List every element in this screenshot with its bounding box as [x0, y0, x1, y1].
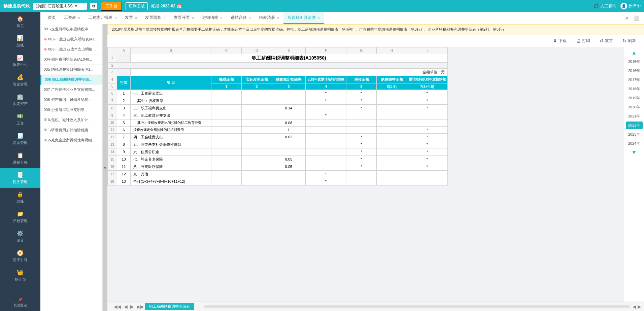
content-body: 001-企业所得税年度纳税申... ⊗ 002-一般企业收入明细表(A1... … [40, 24, 644, 311]
year-2021[interactable]: 2021年 [626, 112, 643, 120]
workbench-button[interactable]: 工作台 [101, 2, 122, 11]
sidebar-item-fixed-assets[interactable]: 🏢 固定资产 [0, 90, 40, 110]
sidebar-item-label: 结账 [16, 199, 24, 204]
left-panel-item-012[interactable]: 012-减免企业所得税优惠明细... [40, 135, 102, 145]
sheet-title: 职工薪酬纳税调整明细表(A105050) [131, 54, 448, 62]
copy-icon[interactable]: ⧉ [90, 3, 97, 9]
sidebar-item-closing[interactable]: 🔒 结账 [0, 188, 40, 207]
subheader-1: 1 [211, 83, 242, 90]
spreadsheet-main[interactable]: A B C D E F G H I [107, 47, 624, 302]
nav-first[interactable]: ◀◀ [113, 304, 122, 309]
scroll-left-icon[interactable]: ◀ [633, 304, 636, 309]
left-panel-item-008[interactable]: 008-资产折旧、摊销及纳税... [40, 95, 102, 105]
year-2022[interactable]: 2022年 [626, 122, 643, 129]
nav-prev[interactable]: ◀ [123, 304, 129, 309]
sidebar-item-invoice-mgmt[interactable]: 🧾 发票管理 [0, 129, 40, 149]
tab-invoice-calc[interactable]: 发票测算 × [141, 12, 169, 24]
print-button[interactable]: 🖨 打印 [573, 37, 593, 45]
tab-close-sales-ledger[interactable]: × [249, 16, 251, 20]
tab-home[interactable]: 首页 [44, 12, 60, 24]
tab-salary-report[interactable]: 工资统计报表 × [84, 12, 121, 24]
tab-close-verify[interactable]: × [220, 16, 222, 20]
sheet-data-row-11: 11 6 按税收规定全额扣除的职培训费用 1 * [108, 126, 448, 133]
left-panel-item-006[interactable]: 006-职工薪酬纳税调整明细... [40, 75, 102, 85]
bottom-sheet-tab[interactable]: 职工薪酬纳税调整明细表 [145, 303, 194, 310]
sidebar-item-ledger[interactable]: 📊 总账 [0, 32, 40, 51]
sidebar-item-assets-mgmt[interactable]: 💰 资金管理 [0, 71, 40, 90]
tab-verify[interactable]: 进销稽核 × [198, 12, 226, 24]
left-panel-item-001[interactable]: 001-企业所得税年度纳税申... [40, 24, 102, 34]
support-button[interactable]: 🎧 人工客询 [594, 3, 616, 9]
sheet-menu-icon[interactable]: ⋮ [197, 304, 201, 309]
left-panel-item-002[interactable]: ⊗ 002-一般企业收入明细表(A1... [40, 34, 102, 44]
unpin-button[interactable]: 📌 取消固定 [0, 295, 40, 311]
tab-maximize[interactable]: ⬜ [632, 15, 641, 22]
left-panel-item-004[interactable]: 004-期间费用明细表(A1040... [40, 55, 102, 65]
sidebar-item-label: 畅会员 [15, 277, 26, 282]
tab-close-invoice-open[interactable]: × [192, 16, 194, 20]
reset-button[interactable]: ↺ 重置 [597, 37, 616, 45]
left-panel: 001-企业所得税年度纳税申... ⊗ 002-一般企业收入明细表(A1... … [40, 24, 103, 311]
ledger-icon: 📊 [17, 35, 24, 41]
assets-icon: 💰 [17, 74, 24, 80]
sheet-data-row-16: 16 11 八、补充医疗保险 0.05 * * [108, 163, 448, 170]
spreadsheet-container: A B C D E F G H I [107, 47, 644, 302]
left-panel-item-010[interactable]: 010-免税、减计收入及加计... [40, 115, 102, 125]
sidebar-item-sales-ledger[interactable]: 📋 进销台账 [0, 149, 40, 168]
sidebar-item-archive[interactable]: 📁 归档管理 [0, 207, 40, 227]
reset-icon: ↺ [600, 38, 604, 43]
year-2015[interactable]: 2015年 [626, 58, 643, 66]
sidebar-item-report[interactable]: 📈 报表中心 [0, 51, 40, 71]
year-2023[interactable]: 2023年 [626, 131, 643, 138]
nav-last[interactable]: ▶▶ [136, 304, 145, 309]
user-menu[interactable]: 👤 徐泽华 [620, 3, 641, 9]
sidebar-item-member[interactable]: 👑 畅会员 [0, 266, 40, 285]
year-2020[interactable]: 2020年 [626, 103, 643, 111]
tab-close-salary[interactable]: × [78, 16, 80, 20]
company-selector[interactable]: (勿删) 江西般宝-LSS ▼ [33, 3, 87, 10]
left-panel-item-007[interactable]: 007-广告宣传和业务宣传费赠... [40, 85, 102, 95]
company-dropdown-icon: ▼ [74, 4, 78, 8]
sidebar-item-label: 设置 [16, 238, 24, 243]
tab-income-tax[interactable]: 所得税汇算清缴 × [283, 12, 324, 24]
subheader-3: 3 [272, 83, 306, 90]
year-2016[interactable]: 2016年 [626, 67, 643, 75]
download-button[interactable]: ⬇ 下载 [550, 37, 569, 45]
tab-close-invoice[interactable]: × [135, 16, 137, 20]
year-nav-down[interactable]: ▼ [630, 148, 638, 157]
tab-close-invoice-calc[interactable]: × [163, 16, 165, 20]
left-panel-item-009[interactable]: 009-企业所得税补充明细... [40, 105, 102, 115]
year-nav-up[interactable]: ▲ [630, 48, 638, 57]
nav-next[interactable]: ▶ [129, 304, 135, 309]
left-panel-item-005[interactable]: 005-纳税调整项目明细表(A1... [40, 65, 102, 75]
year-2017[interactable]: 2017年 [626, 76, 643, 84]
tab-close-salary-report[interactable]: × [114, 16, 116, 20]
tab-invoice-open[interactable]: 发票开票 × [170, 12, 198, 24]
bottom-scrollbar[interactable] [204, 305, 630, 308]
collapse-panel-button[interactable]: « [103, 24, 107, 311]
tab-invoice[interactable]: 发票 × [121, 12, 141, 24]
year-2019[interactable]: 2019年 [626, 94, 643, 102]
header-col6: 纳税调整全额 [377, 76, 407, 83]
scroll-right-icon[interactable]: ▶ [638, 304, 641, 309]
closing-icon: 🔒 [17, 191, 24, 198]
tab-close-income-tax[interactable]: × [318, 16, 320, 20]
sidebar-item-salary[interactable]: 💵 工资 [0, 110, 40, 129]
sidebar-item-settings[interactable]: ⚙️ 设置 [0, 227, 40, 246]
tab-sales-ledger[interactable]: 进销台账 × [227, 12, 255, 24]
calendar-icon[interactable]: 📅 [177, 4, 182, 8]
col-header-D: D [242, 47, 272, 54]
left-panel-item-003[interactable]: ⊗ 003-一般企业成本支出明细... [40, 44, 102, 55]
year-2018[interactable]: 2018年 [626, 85, 643, 93]
tab-salary-table[interactable]: 工资表 × [60, 12, 84, 24]
cutover-button[interactable]: 切到旧版 [126, 2, 148, 10]
tab-tax-table[interactable]: 税表清册 × [255, 12, 283, 24]
sidebar-item-guide[interactable]: 🧭 新手引导 [0, 246, 40, 266]
tab-close-tax-table[interactable]: × [277, 16, 279, 20]
left-panel-item-011[interactable]: 011-研发费用加计扣除优惠... [40, 125, 102, 135]
sidebar-item-tax-mgmt[interactable]: 📑 税务管理 [0, 168, 40, 188]
sidebar-item-home[interactable]: 🏠 首页 [0, 12, 40, 32]
tab-close-all[interactable]: ✕ [623, 15, 630, 22]
refresh-button[interactable]: ↻ 刷新 [620, 37, 639, 45]
year-2024[interactable]: 2024年 [626, 140, 643, 147]
